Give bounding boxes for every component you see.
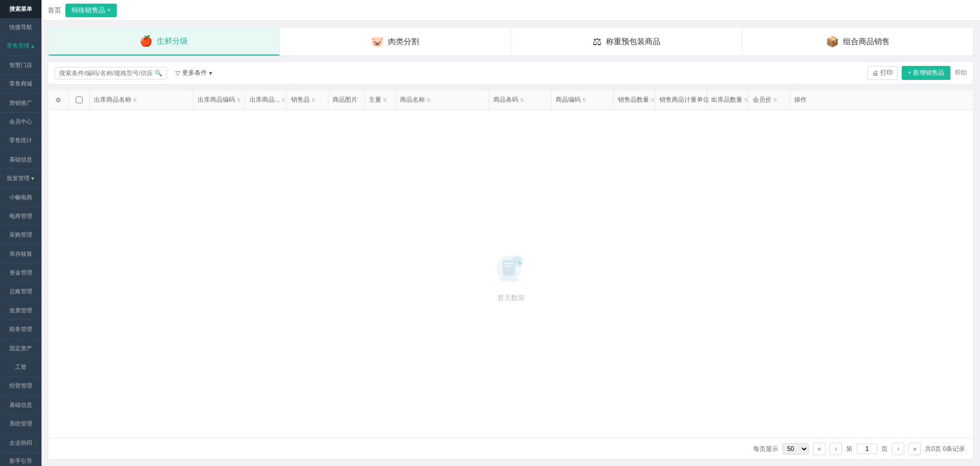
- svg-rect-4: [504, 266, 511, 267]
- sidebar-item-mini-ecom[interactable]: 小畅电商: [0, 188, 42, 207]
- fresh-grade-icon: 🍎: [140, 35, 153, 47]
- table-header: ⚙ 出库商品名称 ⇅ 出库商品编码 ⇅ 出库商品... ⇅ 销售品: [48, 90, 973, 110]
- sidebar-item-new-guide[interactable]: 新手引导: [0, 453, 42, 466]
- th-out-qty[interactable]: 出库品数量 ⇅: [707, 90, 749, 109]
- toolbar-left: 🔍 ▽ 更多条件 ▾: [54, 66, 216, 79]
- sidebar-item-fixed-assets[interactable]: 固定资产: [0, 339, 42, 358]
- table-container: ⚙ 出库商品名称 ⇅ 出库商品编码 ⇅ 出库商品... ⇅ 销售品: [48, 90, 974, 460]
- main-area: 首页 特殊销售品 × 🍎 生鲜分级 🐷 肉类分割 ⚖ 称重预包装商品 📦 组合商…: [42, 0, 980, 466]
- sidebar-item-marketing[interactable]: 营销推广: [0, 94, 42, 113]
- combo-sale-icon: 📦: [826, 35, 839, 48]
- toolbar: 🔍 ▽ 更多条件 ▾ 🖨 打印 + 新增销售品 帮助: [48, 61, 974, 85]
- breadcrumb-home[interactable]: 首页: [48, 6, 61, 15]
- sidebar-bottom: 新手引导 ⚙: [0, 453, 42, 466]
- empty-text: 暂无数据: [498, 293, 524, 303]
- th-sale-unit[interactable]: 销售商品计量单位 ⇅: [655, 90, 707, 109]
- print-label: 打印: [880, 68, 893, 77]
- select-all-checkbox[interactable]: [76, 97, 82, 103]
- sidebar-logo[interactable]: 搜索菜单: [0, 0, 42, 18]
- help-btn[interactable]: 帮助: [955, 68, 967, 77]
- filter-arrow-icon: ▾: [209, 70, 212, 77]
- page-size-label: 每页显示: [753, 445, 778, 454]
- print-btn[interactable]: 🖨 打印: [867, 66, 898, 80]
- tab-close-btn[interactable]: ×: [107, 7, 111, 13]
- weight-pack-icon: ⚖: [592, 35, 602, 48]
- sort-out-spec-icon: ⇅: [281, 97, 285, 103]
- sidebar-item-purchase-mgmt[interactable]: 采购管理: [0, 226, 42, 244]
- th-out-code[interactable]: 出库商品编码 ⇅: [194, 90, 245, 109]
- sort-sale-item-icon: ⇅: [311, 97, 315, 103]
- next-page-btn[interactable]: ›: [892, 443, 904, 455]
- page-size-select[interactable]: 50 10 20 100: [782, 443, 809, 455]
- sort-sale-qty-icon: ⇅: [651, 97, 655, 103]
- sidebar-item-biz-mgmt[interactable]: 经营管理: [0, 377, 42, 395]
- active-tab-label: 特殊销售品: [72, 6, 105, 15]
- cat-tab-weight-pack[interactable]: ⚖ 称重预包装商品: [511, 28, 742, 56]
- sidebar-item-retail-mall[interactable]: 零售商城: [0, 75, 42, 93]
- retail-mgmt-arrow: ▲: [31, 43, 35, 50]
- sort-barcode-icon: ⇅: [520, 97, 524, 103]
- sidebar-item-ecom-mgmt[interactable]: 电商管理: [0, 207, 42, 226]
- th-barcode[interactable]: 商品条码 ⇅: [489, 90, 551, 109]
- th-vip-price[interactable]: 会员价 ⇅: [749, 90, 790, 109]
- last-page-btn[interactable]: »: [908, 443, 921, 455]
- sidebar-item-invoice-mgmt[interactable]: 发票管理: [0, 301, 42, 320]
- sort-goods-code-icon: ⇅: [582, 97, 586, 103]
- sort-weight-icon: ⇅: [383, 97, 387, 103]
- pagination: 每页显示 50 10 20 100 « ‹ 第 页 › » 共0页 0条记录: [48, 438, 973, 459]
- sort-goods-name-icon: ⇅: [426, 97, 431, 103]
- search-box[interactable]: 🔍: [54, 67, 167, 79]
- th-checkbox[interactable]: [69, 90, 90, 109]
- sidebar-item-retail-mgmt[interactable]: 零售管理 ▲: [0, 37, 42, 56]
- th-sale-qty[interactable]: 销售品数量 ⇅: [614, 90, 655, 109]
- meat-cut-icon: 🐷: [371, 35, 384, 48]
- cat-tab-fresh-grade[interactable]: 🍎 生鲜分级: [48, 28, 280, 56]
- sidebar-item-quick-nav[interactable]: 快捷导航: [0, 18, 42, 37]
- page-unit: 页: [881, 445, 888, 454]
- sidebar-item-member[interactable]: 会员中心: [0, 113, 42, 131]
- th-out-name[interactable]: 出库商品名称 ⇅: [90, 90, 194, 109]
- sidebar-item-retail-stat[interactable]: 零售统计: [0, 131, 42, 150]
- prev-page-btn[interactable]: ‹: [830, 443, 842, 455]
- sidebar-item-salary[interactable]: 工资: [0, 358, 42, 377]
- th-goods-code[interactable]: 商品编码 ⇅: [551, 90, 614, 109]
- sidebar-item-biz-agreement[interactable]: 企业协同: [0, 434, 42, 453]
- page-input[interactable]: [857, 444, 877, 454]
- search-icon: 🔍: [155, 70, 162, 77]
- sidebar-item-basic-info2[interactable]: 基础信息: [0, 396, 42, 415]
- sidebar: 搜索菜单 快捷导航 零售管理 ▲ 智慧门店 零售商城 营销推广 会员中心 零售统…: [0, 0, 42, 466]
- toolbar-right: 🖨 打印 + 新增销售品 帮助: [867, 66, 967, 80]
- sidebar-item-sys-mgmt[interactable]: 系统管理: [0, 415, 42, 433]
- empty-state: 🔍 暂无数据: [48, 110, 973, 438]
- svg-point-1: [499, 277, 519, 282]
- th-weight[interactable]: 主量 ⇅: [365, 90, 396, 109]
- filter-btn[interactable]: ▽ 更多条件 ▾: [171, 66, 216, 79]
- search-input[interactable]: [59, 70, 153, 77]
- empty-icon: 🔍: [490, 245, 532, 287]
- filter-icon: ▽: [175, 70, 180, 77]
- th-goods-img: 商品图片: [328, 90, 365, 109]
- total-label: 共0页 0条记录: [925, 445, 965, 454]
- th-settings[interactable]: ⚙: [48, 90, 69, 109]
- active-tab[interactable]: 特殊销售品 ×: [65, 4, 117, 17]
- th-out-spec[interactable]: 出库商品... ⇅: [245, 90, 287, 109]
- sidebar-item-tax-mgmt[interactable]: 税务管理: [0, 320, 42, 339]
- cat-tab-combo-sale[interactable]: 📦 组合商品销售: [742, 28, 973, 56]
- add-btn[interactable]: + 新增销售品: [902, 66, 950, 80]
- content-area: 🍎 生鲜分级 🐷 肉类分割 ⚖ 称重预包装商品 📦 组合商品销售 🔍: [42, 21, 980, 466]
- svg-text:🔍: 🔍: [514, 257, 521, 265]
- sidebar-item-fund-mgmt[interactable]: 资金管理: [0, 264, 42, 282]
- sidebar-item-smart-store[interactable]: 智慧门店: [0, 56, 42, 75]
- cat-tab-meat-cut[interactable]: 🐷 肉类分割: [280, 28, 511, 56]
- print-icon: 🖨: [872, 70, 878, 77]
- sidebar-item-inventory[interactable]: 库存核算: [0, 245, 42, 264]
- sort-vip-price-icon: ⇅: [773, 97, 777, 103]
- sidebar-item-basic-info[interactable]: 基础信息: [0, 150, 42, 169]
- sort-out-code-icon: ⇅: [237, 97, 241, 103]
- first-page-btn[interactable]: «: [813, 443, 825, 455]
- th-sale-item[interactable]: 销售品 ⇅: [287, 90, 328, 109]
- sidebar-item-ledger-mgmt[interactable]: 总账管理: [0, 282, 42, 301]
- page-label: 第: [846, 445, 852, 454]
- th-goods-name[interactable]: 商品名称 ⇅: [396, 90, 489, 109]
- sidebar-item-wholesale-mgmt[interactable]: 批发管理 ▼: [0, 169, 42, 188]
